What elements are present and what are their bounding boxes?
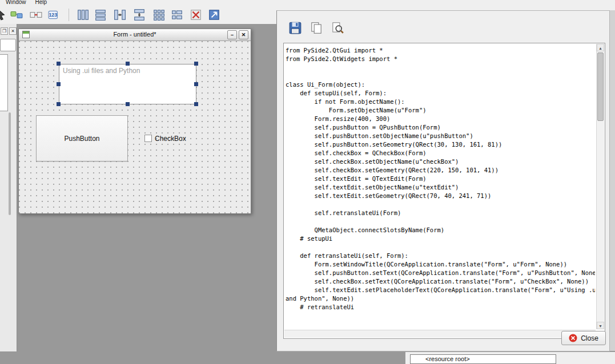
edit-widgets-icon [0,9,8,21]
selection-handle[interactable] [57,102,61,106]
widget-list[interactable] [0,54,8,111]
dock-float-button[interactable]: ❐ [1,27,8,35]
scroll-down-arrow-icon[interactable]: ▼ [597,322,604,329]
splitter-vertical-icon [133,9,146,21]
copy-icon [309,21,323,35]
layout-vertical-icon [94,9,107,21]
layout-grid-button[interactable] [151,7,166,22]
layout-horizontal-icon [77,9,89,21]
code-dialog-toolbar [287,20,345,36]
selection-handle[interactable] [194,102,198,106]
splitter-horizontal-icon [114,9,126,21]
code-view[interactable]: from PySide2.QtGui import * from PySide2… [286,46,595,329]
edit-signals-slots-icon [10,9,23,21]
adjust-size-icon [208,9,220,21]
form-editor-window: Form - untitled* – ✕ Using .ui files and… [18,29,251,214]
code-preview-dialog: from PySide2.QtGui import * from PySide2… [276,10,610,351]
break-layout-button[interactable] [188,7,203,22]
scroll-up-arrow-icon[interactable]: ▲ [597,44,604,51]
close-window-button[interactable]: ✕ [239,30,248,39]
form-window-title: Form - untitled* [19,31,251,38]
close-dialog-button[interactable]: Close [561,331,606,345]
code-horizontal-scrollbar[interactable] [284,330,596,338]
edit-signals-slots-button[interactable] [9,7,24,22]
break-layout-icon [190,9,202,21]
resource-root-item[interactable]: <resource root> [410,354,556,364]
layout-vertical-button[interactable] [93,7,108,22]
menubar: Window Help [0,0,615,6]
splitter-horizontal-button[interactable] [112,7,127,22]
svg-text:123: 123 [49,12,57,18]
close-circle-icon [569,334,577,342]
selection-handle[interactable] [194,82,198,86]
qt-designer-window: Window Help 123 [0,0,615,364]
edit-tab-order-button[interactable]: 123 [47,7,62,22]
pushbutton-widget[interactable]: PushButton [36,115,128,161]
layout-form-icon [171,9,183,21]
code-view-frame: from PySide2.QtGui import * from PySide2… [283,43,605,339]
selection-handle[interactable] [57,62,61,66]
layout-form-button[interactable] [170,7,184,22]
edit-buddies-button[interactable] [29,7,43,22]
selection-handle[interactable] [126,62,130,66]
menu-help[interactable]: Help [35,0,47,6]
selection-handle[interactable] [57,82,61,86]
selection-handle[interactable] [194,62,198,66]
checkbox-label: CheckBox [155,135,186,143]
widget-filter-input[interactable] [0,39,16,51]
textedit-widget[interactable]: Using .ui files and Python [59,64,196,104]
find-icon [331,21,344,35]
form-window-titlebar[interactable]: Form - untitled* – ✕ [19,29,251,41]
edit-buddies-icon [30,9,42,21]
code-vertical-scrollbar[interactable]: ▲ ▼ [596,44,604,329]
save-icon [288,21,302,35]
right-dock-edge [610,10,615,351]
widget-list-scrollbar[interactable] [9,112,11,215]
edit-tab-order-icon: 123 [48,9,61,21]
close-button-label: Close [581,334,598,342]
selection-handle[interactable] [126,102,130,106]
checkbox-widget[interactable]: CheckBox [144,127,202,150]
dock-close-button[interactable]: ✕ [9,27,17,35]
toolbar-separator [69,9,69,21]
edit-widgets-button[interactable] [0,7,9,22]
splitter-vertical-button[interactable] [132,7,147,22]
widget-box-dock: ❐ ✕ [0,24,17,351]
copy-button[interactable] [308,20,324,36]
save-button[interactable] [287,20,303,36]
adjust-size-button[interactable] [207,7,222,22]
find-button[interactable] [329,20,345,36]
layout-horizontal-button[interactable] [75,7,90,22]
resource-browser-dock: <resource root> [405,352,615,364]
form-canvas[interactable]: Using .ui files and Python PushButton Ch… [19,41,251,213]
vertical-scroll-thumb[interactable] [597,52,604,121]
checkbox-indicator[interactable] [144,135,152,142]
menu-window[interactable]: Window [6,0,26,6]
minimize-button[interactable]: – [227,30,237,39]
layout-grid-icon [152,9,165,21]
